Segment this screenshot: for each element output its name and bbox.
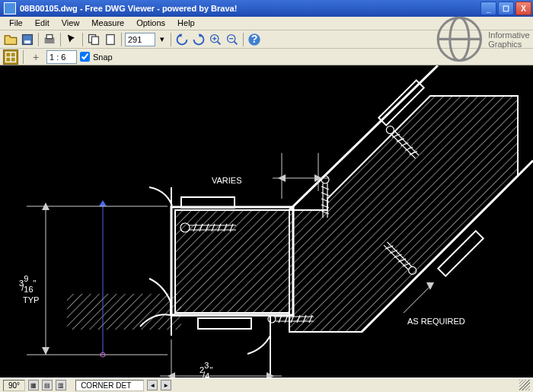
sb-icon-2[interactable]: ▤ xyxy=(42,380,53,390)
svg-rect-5 xyxy=(91,37,98,44)
add-button[interactable]: + xyxy=(28,49,43,65)
sb-icon-3[interactable]: ▥ xyxy=(56,380,66,390)
dim-width: 23/4" xyxy=(199,361,212,378)
zoom-dropdown[interactable]: ▾ xyxy=(157,32,168,47)
label-as-required: AS REQUIRED xyxy=(407,317,465,326)
separator xyxy=(60,33,61,46)
next-tab-button[interactable]: ► xyxy=(161,380,171,390)
sb-icon-1[interactable]: ▦ xyxy=(28,380,39,390)
menu-view[interactable]: View xyxy=(56,17,86,30)
dim-height: 39/16" xyxy=(19,274,37,294)
prev-tab-button[interactable]: ◄ xyxy=(147,380,158,390)
zoom-out-button[interactable] xyxy=(225,32,240,47)
zoom-in-button[interactable] xyxy=(208,32,223,47)
zoom-input[interactable] xyxy=(125,33,155,46)
menu-edit[interactable]: Edit xyxy=(29,17,56,30)
pointer-button[interactable] xyxy=(64,32,79,47)
svg-rect-6 xyxy=(107,34,114,44)
svg-line-8 xyxy=(218,41,221,44)
svg-rect-3 xyxy=(46,34,53,38)
separator xyxy=(121,33,122,46)
resize-grip[interactable] xyxy=(519,380,530,390)
svg-rect-36 xyxy=(198,318,251,329)
app-icon xyxy=(4,2,16,14)
dim-typ: TYP xyxy=(23,295,39,304)
open-button[interactable] xyxy=(3,32,18,47)
separator xyxy=(38,33,39,46)
angle-indicator: 90° xyxy=(3,380,25,391)
filename: 08B00105.dwg xyxy=(20,4,78,13)
globe-icon xyxy=(433,13,486,65)
menu-options[interactable]: Options xyxy=(130,17,171,30)
cad-drawing: 39/16" TYP 23/4" VARIES AS REQUIRED xyxy=(0,65,533,378)
doc-button[interactable] xyxy=(103,32,118,47)
separator xyxy=(243,33,244,46)
layer-button[interactable] xyxy=(3,49,18,65)
copy-button[interactable] xyxy=(86,32,101,47)
status-bar: 90° ▦ ▤ ▥ CORNER DET ◄ ► xyxy=(0,378,533,392)
svg-text:?: ? xyxy=(251,33,258,45)
svg-marker-25 xyxy=(289,96,518,332)
separator xyxy=(171,33,171,46)
separator xyxy=(23,50,24,64)
separator xyxy=(82,33,83,46)
menu-help[interactable]: Help xyxy=(171,17,201,30)
vendor-text: Informative Graphics xyxy=(488,30,530,49)
drawing-viewport[interactable]: 39/16" TYP 23/4" VARIES AS REQUIRED xyxy=(0,65,533,378)
window-title: 08B00105.dwg - Free DWG Viewer - powered… xyxy=(18,4,480,13)
vendor-logo: Informative Graphics xyxy=(433,13,530,65)
snap-label: Snap xyxy=(93,53,113,62)
help-button[interactable]: ? xyxy=(247,32,262,47)
layout-tab[interactable]: CORNER DET xyxy=(75,380,144,391)
save-button[interactable] xyxy=(20,32,35,47)
menu-measure[interactable]: Measure xyxy=(85,17,130,30)
menu-file[interactable]: File xyxy=(3,17,29,30)
svg-line-12 xyxy=(235,41,238,44)
snap-checkbox[interactable] xyxy=(80,52,90,62)
label-varies: VARIES xyxy=(212,176,242,185)
svg-rect-1 xyxy=(24,40,30,43)
svg-point-45 xyxy=(321,176,329,183)
main-toolbar: ▾ ? Informative Graphics xyxy=(0,30,533,49)
print-button[interactable] xyxy=(42,32,57,47)
app-name: Free DWG Viewer - powered by Brava! xyxy=(85,4,238,13)
ratio-input[interactable] xyxy=(46,50,77,64)
rotate-right-button[interactable] xyxy=(191,32,206,47)
svg-line-63 xyxy=(404,286,430,313)
rotate-left-button[interactable] xyxy=(174,32,190,47)
svg-rect-24 xyxy=(67,294,181,330)
